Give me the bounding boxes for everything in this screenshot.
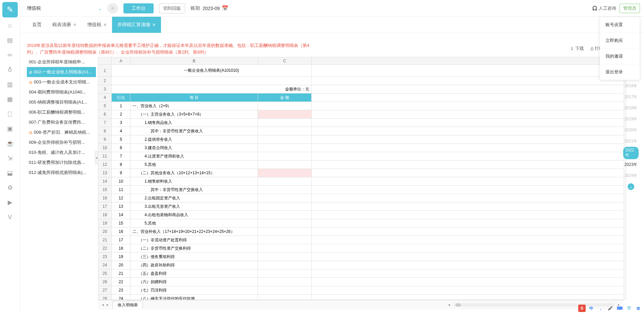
item-cell[interactable]: （六）捐赠利得 (130, 278, 258, 286)
rownum-cell[interactable]: 4 (112, 127, 130, 135)
file-item[interactable]: 009-企业所得税弥补亏损明... (27, 137, 96, 147)
amount-cell[interactable] (258, 244, 312, 252)
year-2017年[interactable]: 2017年 (625, 91, 638, 103)
amount-cell[interactable] (258, 110, 312, 118)
item-cell[interactable]: （四）政府补助利得 (130, 261, 258, 269)
rownum-cell[interactable]: 20 (112, 261, 130, 269)
item-cell[interactable]: （七）罚没利得 (130, 286, 258, 294)
user-menu-item[interactable]: 我的邀请 (600, 49, 640, 64)
nav-export-icon[interactable]: ⇲ (3, 151, 17, 165)
amount-cell[interactable] (258, 119, 312, 127)
row-number[interactable]: 27 (98, 286, 112, 294)
amount-cell[interactable] (258, 152, 312, 160)
rownum-cell[interactable]: 10 (112, 177, 130, 185)
tab-增值税[interactable]: 增值税✕ (82, 17, 112, 33)
row-number[interactable]: 6 (98, 110, 112, 118)
item-cell[interactable]: 3.建造合同收入 (130, 144, 258, 152)
amount-cell[interactable] (258, 135, 312, 143)
year-2024年[interactable]: 2024年 (625, 170, 638, 181)
amount-cell[interactable] (258, 144, 312, 152)
item-cell[interactable]: 其中：非货币性资产交换收入 (130, 186, 258, 194)
year-2020年[interactable]: 2020年 (625, 125, 638, 136)
nav-v-icon[interactable]: V (3, 210, 17, 224)
row-number[interactable]: 7 (98, 119, 112, 127)
item-cell[interactable]: 1.销售商品收入 (130, 119, 258, 127)
row-number[interactable]: 14 (98, 177, 112, 185)
ime-kbd-icon[interactable]: ⌨ (616, 305, 623, 312)
nav-report-icon[interactable]: ▦ (3, 92, 17, 106)
row-number[interactable]: 28 (98, 295, 112, 300)
row-number[interactable]: 19 (98, 219, 112, 227)
row-number[interactable]: 8 (98, 127, 112, 135)
row-number[interactable]: 26 (98, 278, 112, 286)
period-value[interactable]: 2023-09 (203, 6, 220, 11)
ime-voice-icon[interactable]: 🎤 (606, 305, 614, 312)
item-cell[interactable]: 其中：非货币性资产交换收入 (130, 127, 258, 135)
item-cell[interactable]: （八）确实无法偿付的应付款项 (130, 295, 258, 300)
admin-button[interactable]: 管理员 (620, 4, 640, 13)
year-2018年[interactable]: 2018年 (625, 103, 638, 114)
rownum-cell[interactable]: 21 (112, 269, 130, 277)
switch-old-button[interactable]: 切到旧版 (159, 3, 185, 13)
rownum-cell[interactable]: 14 (112, 211, 130, 219)
amount-cell[interactable] (258, 169, 312, 177)
amount-cell[interactable] (258, 286, 312, 294)
row-number[interactable]: 2 (98, 77, 112, 85)
rownum-cell[interactable]: 1 (112, 102, 130, 110)
row-number[interactable]: 18 (98, 211, 112, 219)
year-2021年[interactable]: 2021年 (625, 136, 638, 147)
consult-link[interactable]: 🎧 人工咨询 (592, 5, 616, 11)
close-icon[interactable]: ✕ (103, 22, 107, 27)
rownum-cell[interactable]: 12 (112, 194, 130, 202)
col-b[interactable]: B (130, 57, 258, 64)
item-cell[interactable]: 二、营业外收入（17+18+19+20+21+22+23+24+25+26） (130, 228, 258, 236)
item-cell[interactable]: （三）债务重组利得 (130, 253, 258, 261)
rownum-cell[interactable]: 19 (112, 253, 130, 261)
amount-cell[interactable] (258, 186, 312, 194)
row-number[interactable]: 4 (98, 93, 112, 102)
year-2016年[interactable]: 2016年 (625, 80, 638, 91)
rownum-cell[interactable]: 9 (112, 169, 130, 177)
item-cell[interactable]: （一）主营业务收入（3+5+6+7+8） (130, 110, 258, 118)
amount-cell[interactable] (258, 278, 312, 286)
sheet-tab[interactable]: 收入明细表 (113, 301, 143, 309)
ime-lang-icon[interactable]: 中 (588, 305, 595, 312)
row-number[interactable]: 5 (98, 102, 112, 110)
row-number[interactable]: 24 (98, 261, 112, 269)
amount-cell[interactable] (258, 177, 312, 185)
file-item[interactable]: 005-纳税调整项目明细表(A1... (27, 97, 96, 107)
file-item[interactable]: 006-职工薪酬纳税调整明细... (27, 107, 96, 117)
sheet-nav-prev[interactable]: ▸ (107, 303, 109, 307)
rownum-cell[interactable]: 8 (112, 161, 130, 169)
tab-所得税汇算清缴[interactable]: 所得税汇算清缴✕ (112, 17, 161, 33)
row-number[interactable]: 15 (98, 186, 112, 194)
rownum-cell[interactable]: 5 (112, 135, 130, 143)
rownum-cell[interactable]: 24 (112, 295, 130, 300)
nav-clipboard-icon[interactable]: ▥ (3, 78, 17, 91)
nav-grid-icon[interactable]: ▣ (3, 122, 17, 135)
rownum-cell[interactable]: 22 (112, 278, 130, 286)
rownum-cell[interactable]: 6 (112, 144, 130, 152)
row-number[interactable]: 25 (98, 269, 112, 277)
tab-首页[interactable]: 首页 (27, 17, 47, 33)
row-number[interactable]: 9 (98, 135, 112, 143)
row-number[interactable]: 12 (98, 161, 112, 169)
year-more-button[interactable]: ⌄ (628, 183, 634, 190)
amount-cell[interactable] (258, 202, 312, 210)
nav-inbox-icon[interactable]: ⬓ (3, 166, 17, 180)
ime-sogou-icon[interactable]: S (578, 305, 586, 312)
nav-template-icon[interactable]: ⎕ (3, 107, 17, 121)
amount-cell[interactable] (258, 253, 312, 261)
row-number[interactable]: 11 (98, 152, 112, 160)
doc-icon-button[interactable]: ≡ (107, 3, 118, 14)
amount-cell[interactable] (258, 269, 312, 277)
nav-settings-icon[interactable]: ⚙ (3, 181, 17, 194)
row-number[interactable]: 23 (98, 253, 112, 261)
rownum-cell[interactable]: 13 (112, 202, 130, 210)
nav-tax-icon[interactable]: ☕ (3, 137, 17, 150)
tab-税表清册[interactable]: 税表清册✕ (47, 17, 82, 33)
amount-cell[interactable] (258, 261, 312, 269)
nav-chart-icon[interactable]: ⬄ (3, 48, 17, 62)
item-cell[interactable]: （一）非流动资产处置利得 (130, 236, 258, 244)
file-item[interactable]: ⊘002-一般企业收入明细表(A1... (27, 67, 96, 77)
